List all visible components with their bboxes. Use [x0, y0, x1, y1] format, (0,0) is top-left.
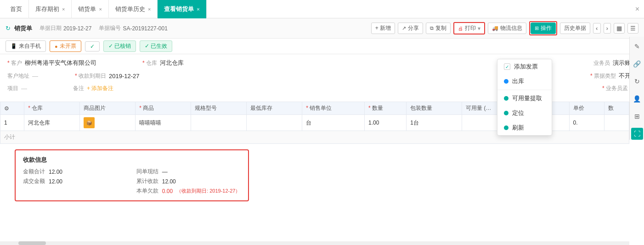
scroll-thumb[interactable]: [18, 241, 46, 245]
dropdown-refresh[interactable]: 刷新: [497, 120, 552, 135]
col-qty: 数量: [365, 102, 407, 115]
operation-dropdown: ✓ 添加发票 出库 可用量提取 定位 刷新: [497, 59, 552, 136]
staff2-label: 业务员孟: [602, 85, 628, 92]
owed-label: 本单欠款: [136, 187, 158, 195]
side-link-button[interactable]: 🔗: [631, 58, 643, 70]
row-min-stock: [247, 115, 302, 131]
side-expand-button[interactable]: ⛶: [631, 128, 643, 140]
tab-inventory[interactable]: 库存期初 ×: [29, 0, 72, 18]
outbound-icon: [504, 79, 508, 84]
tab-sales-close[interactable]: ×: [99, 6, 102, 12]
deal-label: 成交金额: [23, 177, 45, 185]
side-icon-bar: ✎ 🔗 ↻ 👤 ⊞ ⛶: [629, 37, 644, 140]
grid-view-button[interactable]: ▦: [614, 23, 625, 34]
warehouse-value: 河北仓库: [160, 59, 184, 67]
summary-box: 收款信息 金额合计 12.00 同单现结 — 成交金额 12.00: [15, 149, 249, 201]
prev-button[interactable]: ‹: [593, 23, 600, 34]
date-field: 单据日期 2019-12-27: [40, 24, 91, 32]
side-table-button[interactable]: ⊞: [631, 110, 643, 122]
col-spec: 规格型号: [191, 102, 247, 115]
row-pack-qty: 1台: [407, 115, 462, 131]
total-value: 12.00: [49, 169, 62, 175]
toolbar-right: + 新增 ↗ 分享 ⧉ 复制 🖨 打印 ▾ 🚚 物流信息: [371, 21, 638, 35]
number-label: 单据编号: [99, 24, 121, 32]
list-view-button[interactable]: ☰: [627, 23, 638, 34]
address-field: 客户地址 —: [7, 72, 38, 80]
sold-badge: ✓ 已核销: [103, 40, 136, 52]
bill-type-label: 票据类型: [590, 72, 616, 80]
customer-field: 客户 柳州粤港平安气体有限公司: [7, 59, 96, 67]
product-image: 📦: [84, 117, 95, 128]
add-invoice-label: 添加发票: [514, 63, 538, 71]
doc-meta: 单据日期 2019-12-27 单据编号 SA-20191227-001: [40, 24, 168, 32]
available-qty-icon: [504, 96, 508, 101]
tab-home[interactable]: 首页: [4, 0, 29, 18]
project-label: 项目: [7, 85, 18, 92]
dropdown-available-qty[interactable]: 可用量提取: [497, 91, 552, 106]
share-button[interactable]: ↗ 分享: [398, 23, 423, 34]
print-button[interactable]: 🖨 打印 ▾: [453, 22, 485, 34]
received-value: 12.00: [162, 178, 176, 185]
history-button[interactable]: 历史单据: [560, 23, 590, 34]
date-value: 2019-12-27: [63, 25, 91, 32]
side-edit-button[interactable]: ✎: [631, 40, 643, 52]
owed-hint: （收款到期日: 2019-12-27）: [176, 188, 240, 194]
number-value: SA-20191227-001: [123, 25, 167, 32]
project-value: —: [21, 85, 27, 92]
doc-type-label: 销货单: [14, 24, 32, 33]
note-field: 备注 + 添加备注: [73, 85, 113, 92]
tab-inventory-close[interactable]: ×: [62, 6, 65, 12]
logistics-button[interactable]: 🚚 物流信息: [488, 23, 526, 34]
side-refresh-button[interactable]: ↻: [631, 75, 643, 87]
staff-label: 业务员: [593, 59, 610, 67]
col-more: 数: [604, 102, 629, 115]
tab-sales-history[interactable]: 销货单历史 ×: [109, 0, 158, 18]
doc-header: ↻ 销货单 单据日期 2019-12-27 单据编号 SA-20191227-0…: [0, 18, 644, 39]
add-note-button[interactable]: + 添加备注: [87, 85, 113, 92]
row-warehouse: 河北仓库: [24, 115, 80, 131]
tab-sales[interactable]: 销货单 ×: [72, 0, 108, 18]
outbound-label: 出库: [512, 77, 524, 85]
customer-value: 柳州粤港平安气体有限公司: [25, 59, 96, 67]
copy-button[interactable]: ⧉ 复制: [426, 23, 451, 34]
main-area: ↻ 销货单 单据日期 2019-12-27 单据编号 SA-20191227-0…: [0, 18, 644, 245]
project-field: 项目 —: [7, 85, 27, 92]
side-user-button[interactable]: 👤: [631, 93, 643, 105]
dropdown-locate[interactable]: 定位: [497, 106, 552, 120]
new-button[interactable]: + 新增: [371, 23, 395, 34]
dropdown-add-invoice[interactable]: ✓ 添加发票: [497, 59, 552, 74]
summary-item-total: 金额合计 12.00: [23, 168, 127, 176]
from-phone-button[interactable]: 📱 来自手机: [6, 40, 46, 52]
refresh-label: 刷新: [512, 124, 524, 132]
warehouse-field: 仓库 河北仓库: [142, 59, 184, 67]
dropdown-outbound[interactable]: 出库: [497, 74, 552, 89]
next-button[interactable]: ›: [604, 23, 611, 34]
col-settings: ⚙: [0, 102, 24, 115]
address-label: 客户地址: [7, 72, 29, 80]
tab-view-sales-close[interactable]: ×: [197, 6, 199, 12]
row-spec: [191, 115, 247, 131]
col-price: 单价: [569, 102, 604, 115]
window-close-button[interactable]: ×: [635, 5, 639, 13]
operation-button[interactable]: ⊞ 操作: [531, 23, 556, 34]
confirm-button[interactable]: ✓: [85, 41, 100, 51]
row-price: 0.: [569, 115, 604, 131]
col-pack-qty: 包装数量: [407, 102, 462, 115]
tab-sales-history-close[interactable]: ×: [148, 6, 151, 12]
doc-icon: ↻: [6, 25, 11, 32]
col-product-img: 商品图片: [80, 102, 136, 115]
action-row: 📱 来自手机 ● 未开票 ✓ ✓ 已核销 ✓ 已生效: [0, 39, 644, 54]
summary-item-owed: 本单欠款 0.00 （收款到期日: 2019-12-27）: [136, 187, 241, 195]
number-field: 单据编号 SA-20191227-001: [99, 24, 167, 32]
payment-date-label: 收款到期日: [75, 72, 106, 80]
payment-date-value: 2019-12-27: [109, 73, 140, 80]
tab-view-sales[interactable]: 查看销货单 ×: [158, 0, 206, 18]
settings-icon: ⚙: [4, 105, 9, 112]
not-opened-button[interactable]: ● 未开票: [50, 40, 81, 52]
customer-label: 客户: [7, 59, 22, 67]
owed-value: 0.00: [162, 188, 173, 194]
note-label: 备注: [73, 85, 84, 92]
summary-title: 收款信息: [23, 156, 241, 164]
summary-area: 收款信息 金额合计 12.00 同单现结 — 成交金额 12.00: [0, 144, 644, 207]
col-product: 商品: [136, 102, 191, 115]
